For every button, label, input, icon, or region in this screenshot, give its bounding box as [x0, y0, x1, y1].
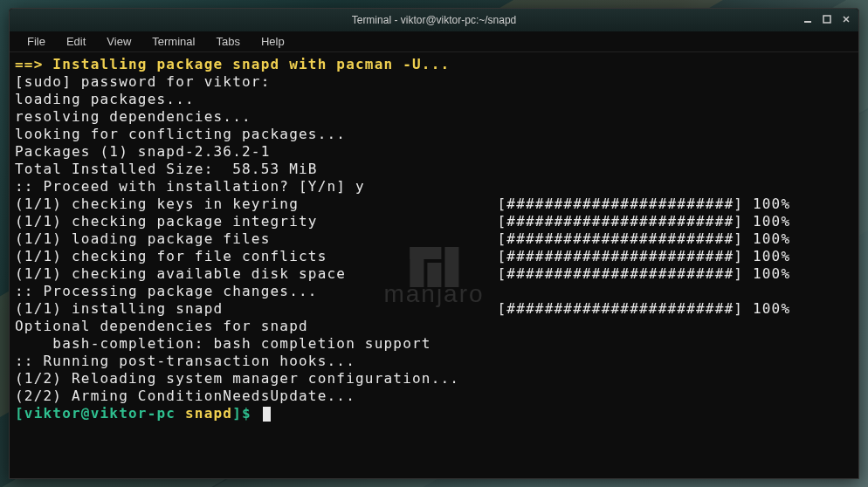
terminal-line: ==> Installing package snapd with pacman…	[15, 56, 853, 73]
terminal-window: Terminal - viktor@viktor-pc:~/snapd File…	[9, 8, 859, 479]
terminal-line: (1/1) checking available disk space [###…	[15, 265, 853, 283]
terminal-line: :: Processing package changes...	[15, 283, 853, 300]
svg-rect-1	[823, 16, 830, 23]
terminal-line: (1/1) checking package integrity [######…	[15, 213, 853, 230]
prompt-user: viktor@viktor-pc	[24, 405, 176, 422]
terminal-line: Total Installed Size: 58.53 MiB	[15, 161, 853, 178]
terminal-line: :: Proceed with installation? [Y/n] y	[15, 178, 853, 195]
terminal-line: (1/1) loading package files [###########…	[15, 230, 853, 248]
terminal-line: bash-completion: bash completion support	[15, 335, 853, 353]
maximize-button[interactable]	[818, 11, 836, 27]
terminal-line: (1/1) installing snapd [################…	[15, 300, 853, 318]
menubar: FileEditViewTerminalTabsHelp	[10, 31, 858, 52]
cursor	[263, 407, 271, 422]
menu-file[interactable]: File	[18, 33, 54, 50]
menu-view[interactable]: View	[98, 33, 140, 50]
terminal-line: :: Running post-transaction hooks...	[15, 353, 853, 370]
menu-tabs[interactable]: Tabs	[207, 33, 248, 50]
terminal-line: [sudo] password for viktor:	[15, 73, 853, 91]
close-button[interactable]	[837, 11, 855, 27]
minimize-button[interactable]	[799, 11, 816, 27]
svg-rect-0	[804, 21, 811, 23]
terminal-line: (1/1) checking for file conflicts [#####…	[15, 248, 853, 265]
prompt-line[interactable]: [viktor@viktor-pc snapd]$	[15, 405, 853, 422]
menu-terminal[interactable]: Terminal	[143, 33, 203, 50]
terminal-line: resolving dependencies...	[15, 108, 853, 126]
terminal-line: Packages (1) snapd-2.36.2-1	[15, 143, 853, 161]
window-controls	[799, 11, 855, 27]
terminal-output[interactable]: manjaro ==> Installing package snapd wit…	[10, 52, 858, 478]
terminal-line: (1/2) Reloading system manager configura…	[15, 370, 853, 388]
menu-help[interactable]: Help	[252, 33, 293, 50]
titlebar[interactable]: Terminal - viktor@viktor-pc:~/snapd	[10, 9, 858, 31]
terminal-line: (2/2) Arming ConditionNeedsUpdate...	[15, 388, 853, 405]
window-title: Terminal - viktor@viktor-pc:~/snapd	[352, 14, 517, 26]
terminal-line: Optional dependencies for snapd	[15, 318, 853, 335]
terminal-line: looking for conflicting packages...	[15, 126, 853, 143]
terminal-line: (1/1) checking keys in keyring [########…	[15, 195, 853, 213]
menu-edit[interactable]: Edit	[58, 33, 94, 50]
prompt-path: snapd	[185, 405, 232, 422]
terminal-line: loading packages...	[15, 91, 853, 108]
